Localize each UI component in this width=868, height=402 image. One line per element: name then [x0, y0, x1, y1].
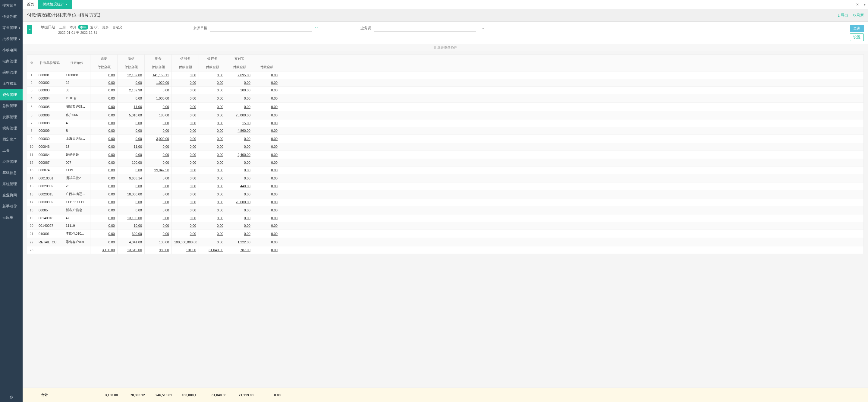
amount-link[interactable]: 0.00	[217, 193, 223, 196]
amount-link[interactable]: 0.00	[271, 161, 278, 164]
amount-link[interactable]: 0.00	[271, 240, 278, 244]
amount-link[interactable]: 0.00	[217, 216, 223, 220]
table-row[interactable]: 17000300021111111111...0.000.000.000.000…	[27, 198, 864, 206]
amount-link[interactable]: 0.00	[244, 81, 250, 84]
close-icon[interactable]: ×	[65, 2, 67, 7]
amount-link[interactable]: 3,100.00	[102, 248, 115, 252]
amount-link[interactable]: 0.00	[271, 121, 278, 125]
date-chip-3[interactable]: 近7天	[88, 25, 100, 30]
amount-link[interactable]: 0.00	[271, 224, 278, 227]
amount-link[interactable]: 0.00	[163, 216, 169, 220]
refresh-button[interactable]: ↻ 刷新	[853, 13, 864, 18]
amount-link[interactable]: 1,020.00	[156, 81, 169, 84]
table-row[interactable]: 21010001李四代010...0.00600.000.000.000.000…	[27, 230, 864, 238]
table-row[interactable]: 100000111000010.0012,132.00141,158.110.0…	[27, 71, 864, 79]
amount-link[interactable]: 0.00	[135, 168, 142, 172]
sidebar-item-8[interactable]: 资金管理	[0, 89, 23, 100]
tab-0[interactable]: 首页	[23, 0, 38, 9]
table-row[interactable]: 10000046130.0011.000.000.000.000.000.00	[27, 143, 864, 150]
amount-link[interactable]: 0.00	[244, 168, 250, 172]
sidebar-item-3[interactable]: 批发管理▾	[0, 33, 23, 45]
amount-link[interactable]: 0.00	[190, 216, 196, 220]
sidebar-item-15[interactable]: 基础信息	[0, 167, 23, 178]
amount-link[interactable]: 0.00	[190, 88, 196, 92]
amount-link[interactable]: 9,603.14	[129, 176, 142, 180]
amount-link[interactable]: 100.00	[240, 88, 250, 92]
amount-link[interactable]: 0.00	[108, 240, 115, 244]
amount-link[interactable]: 0.00	[244, 208, 250, 212]
sidebar-item-9[interactable]: 总账管理	[0, 100, 23, 112]
amount-link[interactable]: 0.00	[108, 96, 115, 100]
amount-link[interactable]: 0.00	[163, 121, 169, 125]
amount-link[interactable]: 0.00	[190, 224, 196, 227]
sidebar-item-2[interactable]: 零售管理▾	[0, 22, 23, 33]
table-row[interactable]: 5000005测试客户对...0.0011.000.000.000.000.00…	[27, 103, 864, 111]
amount-link[interactable]: 0.00	[108, 161, 115, 164]
amount-link[interactable]: 10,000.00	[127, 193, 142, 196]
amount-link[interactable]: 0.00	[163, 153, 169, 156]
settings-button[interactable]: 设置	[850, 33, 864, 41]
tabs-dropdown-button[interactable]: ▾	[861, 2, 868, 7]
amount-link[interactable]: 440.00	[240, 184, 250, 188]
sidebar-item-11[interactable]: 税务管理	[0, 123, 23, 134]
amount-link[interactable]: 0.00	[190, 168, 196, 172]
sidebar-item-10[interactable]: 发票管理	[0, 112, 23, 123]
table-row[interactable]: 1500020002230.000.000.000.000.00440.000.…	[27, 182, 864, 190]
amount-link[interactable]: 0.00	[217, 161, 223, 164]
amount-link[interactable]: 0.00	[271, 113, 278, 117]
table-row[interactable]: 9000030上海天天玩...0.000.003,000.000.000.000…	[27, 135, 864, 143]
col-amount-0[interactable]: 付款金额	[90, 63, 118, 71]
sidebar-item-0[interactable]: 搜索菜单	[0, 0, 23, 11]
table-row[interactable]: 1600020015广西丰满还...0.0010,000.000.000.000…	[27, 190, 864, 198]
amount-link[interactable]: 100,000,000.00	[174, 240, 197, 244]
amount-link[interactable]: 0.00	[271, 81, 278, 84]
amount-link[interactable]: 0.00	[217, 153, 223, 156]
amount-link[interactable]: 0.00	[108, 216, 115, 220]
amount-link[interactable]: 0.00	[190, 200, 196, 204]
col-amount-6[interactable]: 付款金额	[253, 63, 280, 71]
amount-link[interactable]: 0.00	[244, 96, 250, 100]
sales-input[interactable]	[374, 25, 476, 32]
amount-link[interactable]: 0.00	[217, 81, 223, 84]
amount-link[interactable]: 0.00	[135, 200, 142, 204]
sidebar-item-13[interactable]: 工资	[0, 145, 23, 156]
amount-link[interactable]: 0.00	[217, 105, 223, 109]
amount-link[interactable]: 980.00	[159, 248, 169, 252]
amount-link[interactable]: 2,400.00	[238, 153, 250, 156]
amount-link[interactable]: 0.00	[244, 145, 250, 148]
amount-link[interactable]: 0.00	[108, 137, 115, 141]
amount-link[interactable]: 25,000.00	[236, 113, 250, 117]
amount-link[interactable]: 0.00	[217, 96, 223, 100]
source-input[interactable]	[210, 25, 312, 32]
amount-link[interactable]: 0.00	[135, 81, 142, 84]
amount-link[interactable]: 0.00	[108, 168, 115, 172]
collapse-filter-button[interactable]: »	[27, 25, 32, 34]
amount-link[interactable]: 0.00	[217, 88, 223, 92]
amount-link[interactable]: 0.00	[244, 137, 250, 141]
table-row[interactable]: 1800085新客户信息0.000.000.000.000.000.000.00	[27, 206, 864, 214]
amount-link[interactable]: 0.00	[271, 73, 278, 77]
amount-link[interactable]: 101.00	[186, 248, 196, 252]
amount-link[interactable]: 0.00	[217, 137, 223, 141]
amount-link[interactable]: 0.00	[108, 176, 115, 180]
amount-link[interactable]: 0.00	[271, 184, 278, 188]
amount-link[interactable]: 0.00	[190, 96, 196, 100]
amount-link[interactable]: 0.00	[244, 176, 250, 180]
amount-link[interactable]: 0.00	[271, 193, 278, 196]
tab-1[interactable]: 付款情况统计 ×	[38, 0, 72, 9]
amount-link[interactable]: 0.00	[217, 73, 223, 77]
amount-link[interactable]: 11.00	[133, 105, 142, 109]
amount-link[interactable]: 0.00	[217, 208, 223, 212]
amount-link[interactable]: 99,042.50	[154, 168, 169, 172]
amount-link[interactable]: 0.00	[217, 200, 223, 204]
amount-link[interactable]: 0.00	[163, 176, 169, 180]
amount-link[interactable]: 0.00	[190, 137, 196, 141]
amount-link[interactable]: 0.00	[190, 176, 196, 180]
amount-link[interactable]: 0.00	[135, 153, 142, 156]
table-row[interactable]: 233,100.0013,619.00980.00101.0031,040.00…	[27, 247, 864, 254]
amount-link[interactable]: 0.00	[190, 113, 196, 117]
amount-link[interactable]: 0.00	[163, 193, 169, 196]
amount-link[interactable]: 12,132.00	[127, 73, 142, 77]
amount-link[interactable]: 1,000.00	[156, 96, 169, 100]
amount-link[interactable]: 0.00	[271, 137, 278, 141]
